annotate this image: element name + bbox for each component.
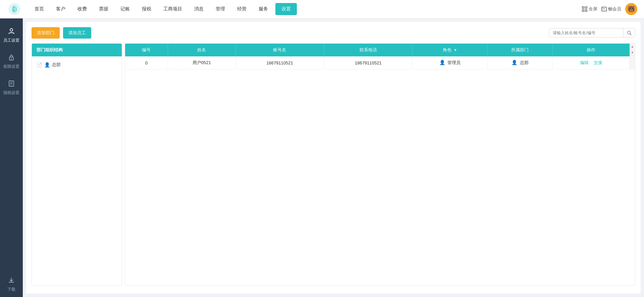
sidebar-item-employee[interactable]: 员工设置 — [0, 22, 23, 48]
dept-user-icon: 👤 — [512, 60, 517, 65]
svg-rect-4 — [585, 10, 587, 11]
col-name: 姓名 — [168, 44, 235, 56]
content-inner: 添加部门 添加员工 部门组织结构 — [26, 22, 641, 294]
col-role[interactable]: 角色 ▼ — [413, 44, 488, 56]
table-row-wrap: 编号 姓名 账号名 — [125, 44, 635, 69]
add-dept-button[interactable]: 添加部门 — [32, 27, 60, 39]
transfer-link[interactable]: 交接 — [594, 60, 602, 65]
sidebar-permissions-label: 权限设置 — [3, 64, 19, 69]
add-employee-button[interactable]: 添加员工 — [63, 27, 91, 39]
sidebar-item-download[interactable]: 下载 — [0, 271, 23, 297]
search-icon — [627, 31, 632, 35]
toolbar: 添加部门 添加员工 — [32, 27, 635, 39]
member-btn[interactable]: 畅会员 — [601, 6, 621, 12]
scroll-up-btn[interactable]: ▲ — [630, 44, 635, 50]
svg-point-11 — [11, 58, 12, 59]
nav-billing[interactable]: 收费 — [71, 0, 93, 18]
user-group-icon: 👤 — [44, 62, 50, 67]
dept-panel: 部门组织结构 📄 👤 总部 — [32, 43, 122, 286]
sidebar-download-label: 下载 — [7, 287, 15, 292]
nav-settings[interactable]: 设置 — [275, 3, 297, 15]
nav-service[interactable]: 服务 — [253, 0, 274, 18]
table-header-row: 编号 姓名 账号名 — [125, 44, 630, 56]
nav-business[interactable]: 工商项目 — [157, 0, 188, 18]
dept-tree-item-label: 总部 — [52, 62, 61, 68]
sidebar-bottom: 下载 — [0, 271, 23, 297]
nav-tax[interactable]: 报税 — [136, 0, 157, 18]
dept-panel-header: 部门组织结构 — [32, 44, 122, 56]
fullscreen-icon — [582, 6, 587, 12]
sidebar-employee-label: 员工设置 — [3, 38, 19, 43]
sidebar-tax-label: 报税设置 — [3, 90, 19, 96]
cell-name: 用户0521 — [168, 56, 235, 69]
nav-items: 首页 客户 收费 票据 记账 报税 工商项目 消息 管理 经营 服务 设置 — [29, 0, 582, 18]
col-account: 账号名 — [235, 44, 324, 56]
svg-rect-5 — [602, 7, 606, 11]
dept-tree-item-root[interactable]: 📄 👤 总部 — [37, 60, 117, 70]
svg-point-9 — [10, 29, 13, 31]
cell-actions: 编辑 交接 — [552, 56, 630, 69]
member-icon — [601, 6, 607, 12]
nav-accounting[interactable]: 记账 — [114, 0, 136, 18]
filter-icon: ▼ — [453, 48, 457, 52]
nav-message[interactable]: 消息 — [188, 0, 210, 18]
avatar[interactable]: 🐻 — [625, 3, 637, 15]
col-actions: 操作 — [552, 44, 630, 56]
nav-home[interactable]: 首页 — [29, 0, 50, 18]
fullscreen-label: 全屏 — [589, 6, 597, 12]
top-nav-right: 全屏 畅会员 🐻 — [582, 3, 637, 15]
fullscreen-btn[interactable]: 全屏 — [582, 6, 597, 12]
search-box — [549, 28, 635, 38]
cell-role: 👤 管理员 — [413, 56, 488, 69]
person-icon — [7, 27, 16, 36]
nav-manage[interactable]: 管理 — [210, 0, 231, 18]
main-layout: 员工设置 权限设置 报税设置 — [0, 18, 644, 297]
content-area: 添加部门 添加员工 部门组织结构 — [23, 18, 644, 297]
report-icon — [7, 79, 16, 88]
svg-point-8 — [602, 8, 603, 8]
search-button[interactable] — [623, 29, 635, 37]
search-input[interactable] — [549, 29, 623, 37]
dept-tree: 📄 👤 总部 — [32, 56, 122, 73]
cell-id: 0 — [125, 56, 168, 69]
col-phone: 联系电话 — [324, 44, 413, 56]
table-panel: 编号 姓名 账号名 — [125, 43, 635, 286]
file-icon: 📄 — [37, 62, 42, 67]
employee-table: 编号 姓名 账号名 — [125, 44, 630, 69]
scroll-down-btn[interactable]: ▼ — [630, 50, 635, 56]
logo — [3, 3, 25, 15]
edit-link[interactable]: 编辑 — [580, 60, 589, 65]
sidebar-item-permissions[interactable]: 权限设置 — [0, 48, 23, 74]
two-column-layout: 部门组织结构 📄 👤 总部 — [32, 43, 635, 286]
col-id: 编号 — [125, 44, 168, 56]
role-label: 管理员 — [447, 60, 461, 65]
nav-operation[interactable]: 经营 — [231, 0, 253, 18]
nav-customer[interactable]: 客户 — [50, 0, 71, 18]
top-nav: 首页 客户 收费 票据 记账 报税 工商项目 消息 管理 经营 服务 设置 全屏 — [0, 0, 644, 18]
svg-rect-2 — [585, 7, 587, 8]
table-scroll-controls: ▲ ▼ — [630, 44, 635, 69]
lock-icon — [7, 53, 16, 62]
svg-rect-3 — [582, 10, 584, 11]
svg-line-17 — [630, 34, 632, 35]
role-user-icon: 👤 — [439, 60, 445, 65]
member-label: 畅会员 — [608, 6, 621, 12]
toolbar-left: 添加部门 添加员工 — [32, 27, 91, 39]
dept-label: 总部 — [520, 60, 529, 65]
download-icon — [7, 276, 16, 285]
cell-dept: 👤 总部 — [487, 56, 552, 69]
cell-account: 18679110521 — [235, 56, 324, 69]
table-container: 编号 姓名 账号名 — [125, 44, 630, 69]
col-dept: 所属部门 — [487, 44, 552, 56]
table-row: 0 用户0521 18679110521 18679110521 👤 管理员 — [125, 56, 630, 69]
cell-phone: 18679110521 — [324, 56, 413, 69]
svg-rect-1 — [582, 7, 584, 8]
sidebar-item-tax-settings[interactable]: 报税设置 — [0, 74, 23, 100]
sidebar: 员工设置 权限设置 报税设置 — [0, 18, 23, 297]
nav-invoice[interactable]: 票据 — [93, 0, 114, 18]
